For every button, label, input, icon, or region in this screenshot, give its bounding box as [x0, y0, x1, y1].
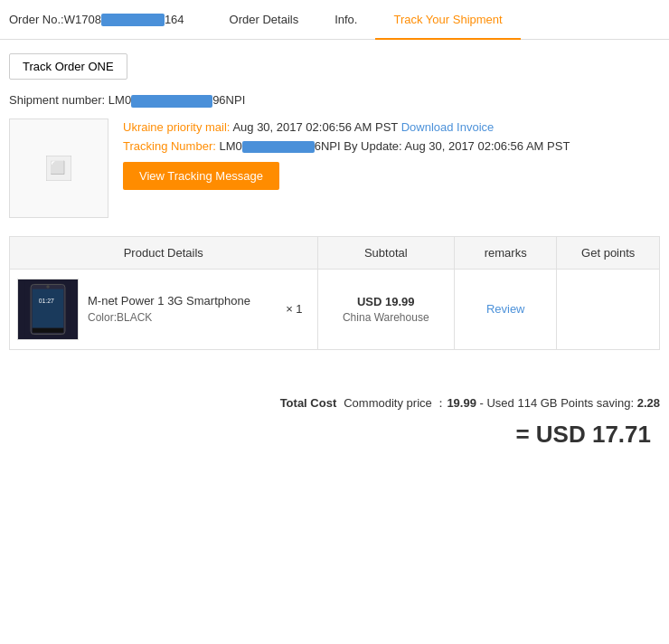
shipment-section: Shipment number: LM096NPI ⬜ Ukraine prio… — [0, 93, 669, 368]
col-header-points: Get points — [557, 236, 660, 269]
download-invoice-link[interactable]: Download Invoice — [401, 120, 495, 134]
product-color: Color:BLACK — [88, 311, 250, 324]
subtotal-cell: USD 19.99 China Warehouse — [317, 269, 454, 349]
order-number: Order No.:W1708164 — [9, 13, 184, 27]
track-order-button[interactable]: Track Order ONE — [9, 53, 127, 80]
product-quantity: × 1 — [286, 302, 309, 316]
order-no-prefix: Order No.:W1708 — [9, 13, 101, 26]
table-header-row: Product Details Subtotal remarks Get poi… — [10, 236, 660, 269]
product-table: Product Details Subtotal remarks Get poi… — [9, 236, 660, 350]
svg-point-7 — [46, 285, 49, 288]
mail-label: Ukraine priority mail: — [123, 120, 230, 134]
tab-order-details[interactable]: Order Details — [212, 0, 317, 40]
tracking-label: Tracking Number: — [123, 139, 216, 153]
svg-text:01:27: 01:27 — [39, 298, 54, 304]
tab-info[interactable]: Info. — [316, 0, 375, 40]
col-header-subtotal: Subtotal — [317, 236, 454, 269]
top-navigation: Order No.:W1708164 Order Details Info. T… — [0, 0, 669, 40]
warehouse-label: China Warehouse — [325, 311, 447, 324]
shipment-number: Shipment number: LM096NPI — [9, 93, 660, 108]
savings-value: 2.28 — [637, 396, 660, 410]
commodity-prefix: Commodity price ： — [344, 396, 447, 410]
remarks-cell: Review — [454, 269, 557, 349]
tracking-num-suffix: 6NPI — [315, 139, 341, 153]
shipment-num-prefix: Shipment number: LM0 — [9, 93, 131, 107]
phone-image-svg: 01:27 — [21, 281, 75, 337]
product-cell-inner: 01:27 M-net Power 1 3G Smartphone Color:… — [17, 279, 310, 340]
mail-date: Aug 30, 2017 02:06:56 AM PST — [232, 120, 398, 134]
product-cell: 01:27 M-net Power 1 3G Smartphone Color:… — [10, 269, 318, 349]
total-detail: Commodity price ：19.99 - Used 114 GB Poi… — [344, 395, 660, 412]
product-price: USD 19.99 — [325, 295, 447, 308]
review-link[interactable]: Review — [486, 302, 525, 316]
tracking-num-prefix: LM0 — [219, 139, 241, 153]
total-usd-value: = USD 17.71 — [515, 421, 651, 449]
svg-rect-6 — [33, 327, 63, 332]
tracking-num-redacted — [242, 141, 315, 153]
points-cell — [557, 269, 660, 349]
commodity-price: 19.99 — [447, 396, 476, 410]
total-usd-display: = USD 17.71 — [9, 421, 660, 449]
broken-image-icon: ⬜ — [46, 156, 71, 181]
order-no-suffix: 164 — [165, 13, 184, 26]
product-details: M-net Power 1 3G Smartphone Color:BLACK — [88, 294, 250, 324]
tracking-number: LM06NPI — [219, 139, 344, 153]
shipment-num-redacted — [131, 95, 212, 108]
tab-track-shipment[interactable]: Track Your Shipment — [375, 0, 520, 40]
svg-text:⬜: ⬜ — [50, 160, 66, 175]
track-button-section: Track Order ONE — [0, 40, 669, 93]
product-name: M-net Power 1 3G Smartphone — [88, 294, 250, 308]
tracking-number-line: Tracking Number: LM06NPI By Update: Aug … — [123, 139, 660, 153]
savings-prefix: - Used 114 GB Points saving: — [476, 396, 637, 410]
product-thumbnail: ⬜ — [9, 118, 108, 218]
view-tracking-message-button[interactable]: View Tracking Message — [123, 162, 279, 190]
col-header-remarks: remarks — [454, 236, 557, 269]
svg-rect-4 — [33, 289, 63, 327]
shipment-num-suffix: 96NPI — [212, 93, 245, 107]
total-cost-label: Total Cost — [280, 396, 337, 410]
order-no-redacted — [101, 14, 165, 26]
tracking-update: By Update: Aug 30, 2017 02:06:56 AM PST — [344, 139, 570, 153]
total-row: Total Cost Commodity price ：19.99 - Used… — [9, 395, 660, 412]
shipment-info: Ukraine priority mail: Aug 30, 2017 02:0… — [123, 118, 660, 190]
product-image: 01:27 — [17, 279, 79, 340]
table-row: 01:27 M-net Power 1 3G Smartphone Color:… — [10, 269, 660, 349]
mail-line: Ukraine priority mail: Aug 30, 2017 02:0… — [123, 120, 660, 134]
col-header-product: Product Details — [10, 236, 318, 269]
total-section: Total Cost Commodity price ：19.99 - Used… — [0, 368, 669, 467]
shipment-detail: ⬜ Ukraine priority mail: Aug 30, 2017 02… — [9, 118, 660, 218]
